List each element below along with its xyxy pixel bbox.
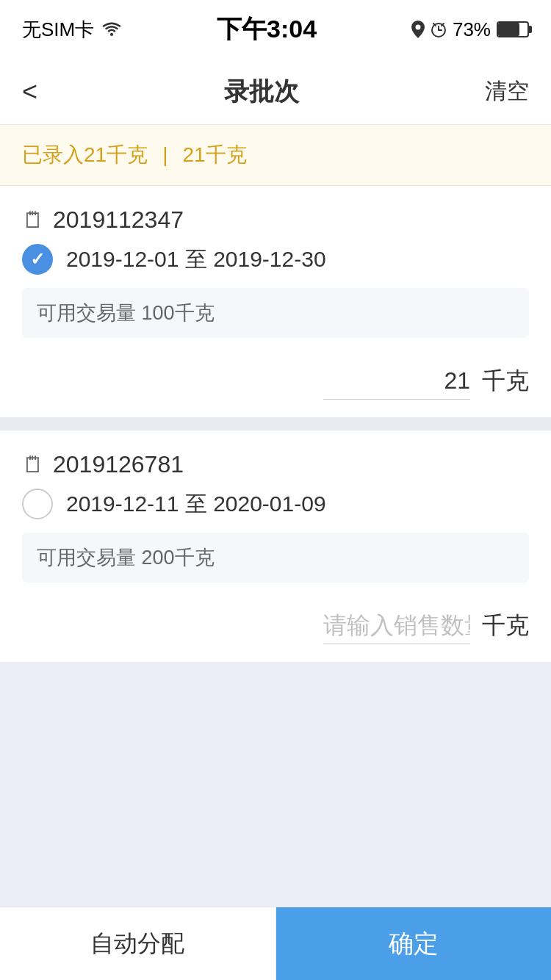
batch-2-unit: 千克	[482, 610, 529, 642]
batch-2-radio[interactable]	[22, 489, 53, 519]
batch-1-header: 🗒 2019112347	[0, 186, 551, 244]
back-button[interactable]: <	[22, 76, 37, 107]
carrier-text: 无SIM卡	[22, 17, 94, 43]
status-right: 73%	[411, 18, 529, 41]
battery-icon	[497, 21, 529, 37]
summary-value: 21千克	[182, 141, 246, 169]
alarm-icon	[431, 21, 447, 38]
check-icon: ✓	[30, 249, 45, 270]
batch-1-quantity-input[interactable]	[323, 363, 470, 400]
batch-item-2: 🗒 2019126781 2019-12-11 至 2020-01-09 可用交…	[0, 430, 551, 662]
batch-2-input-row: 千克	[0, 596, 551, 662]
section-separator-1	[0, 417, 551, 430]
batch-2-quantity-input[interactable]	[323, 608, 470, 644]
svg-point-1	[415, 25, 420, 30]
status-time: 下午3:04	[217, 12, 317, 46]
auto-distribute-button[interactable]: 自动分配	[0, 907, 276, 980]
batch-2-header: 🗒 2019126781	[0, 430, 551, 489]
batch-2-id: 2019126781	[53, 451, 184, 478]
batch-2-available: 可用交易量 200千克	[22, 533, 529, 583]
nav-bar: < 录批次 清空	[0, 59, 551, 125]
page-title: 录批次	[224, 75, 299, 109]
entered-label: 已录入21千克	[22, 141, 148, 169]
batch-1-unit: 千克	[482, 365, 529, 397]
batch-2-date: 2019-12-11 至 2020-01-09	[66, 489, 326, 519]
batch-1-doc-icon: 🗒	[22, 208, 44, 233]
status-bar: 无SIM卡 下午3:04 73%	[0, 0, 551, 59]
svg-point-0	[110, 33, 113, 36]
batch-1-date: 2019-12-01 至 2019-12-30	[66, 245, 326, 275]
status-left: 无SIM卡	[22, 17, 122, 43]
wifi-icon	[101, 21, 122, 37]
confirm-button[interactable]: 确定	[276, 907, 552, 980]
batch-1-input-row: 千克	[0, 351, 551, 417]
batch-1-date-row: ✓ 2019-12-01 至 2019-12-30	[0, 244, 551, 288]
batch-2-doc-icon: 🗒	[22, 453, 44, 478]
location-icon	[411, 21, 425, 38]
summary-bar: 已录入21千克 | 21千克	[0, 125, 551, 186]
summary-divider: |	[162, 143, 168, 167]
batch-1-id: 2019112347	[53, 206, 184, 234]
content-area: 已录入21千克 | 21千克 🗒 2019112347 ✓ 2019-12-01…	[0, 125, 551, 980]
batch-item-1: 🗒 2019112347 ✓ 2019-12-01 至 2019-12-30 可…	[0, 186, 551, 417]
battery-text: 73%	[453, 18, 491, 41]
batch-1-radio[interactable]: ✓	[22, 244, 53, 275]
batch-1-available: 可用交易量 100千克	[22, 288, 529, 338]
batch-2-date-row: 2019-12-11 至 2020-01-09	[0, 489, 551, 533]
clear-button[interactable]: 清空	[485, 76, 529, 107]
footer: 自动分配 确定	[0, 907, 551, 980]
